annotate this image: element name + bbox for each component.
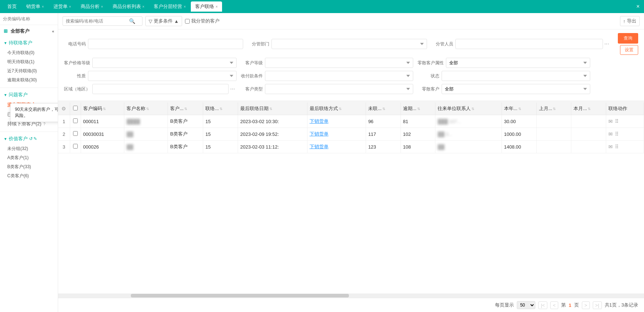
first-page-btn[interactable]: |< [538,301,547,309]
filter-person-label: 分管人员 [431,41,453,47]
filter-customer-level-select[interactable] [265,58,414,68]
sidebar-item-7days[interactable]: 近7天待联络(0) [0,66,58,76]
filter-region-input[interactable] [92,84,229,94]
sidebar-search-input[interactable] [3,16,57,21]
tab-customer-layer[interactable]: 客户分层经营 × [149,1,190,12]
filter-price-level-select[interactable] [92,58,237,68]
pagination: 每页显示 50 100 |< < 第 1 页 > >| 共1页，3条记录 [58,298,644,312]
scrollbar-thumb[interactable] [131,294,349,297]
filter-status-select[interactable] [442,71,590,81]
sidebar-item-churned[interactable]: 已流失客户(24) ? [0,110,58,119]
col-this-month-sort-icon[interactable]: ⇅ [588,107,591,111]
select-all-checkbox[interactable] [73,106,78,110]
sidebar-collapse-icon[interactable]: « [52,29,54,33]
filter-nature-select[interactable] [88,71,237,81]
toolbar-search-input[interactable] [66,19,128,24]
col-name-sort-icon[interactable]: ⇅ [146,107,149,111]
tab-analysis-list-close[interactable]: × [142,5,145,9]
sidebar-item-churn-warning[interactable]: 流失预警客户(3) ● [0,100,58,110]
col-this-year-sort-icon[interactable]: ⇅ [518,107,521,111]
value-edit-icon[interactable]: ✎ [33,136,37,141]
col-contact-person: 往来单位联系人 ⇅ [435,102,502,115]
per-page-select[interactable]: 50 100 [517,301,535,309]
col-last-method-sort-icon[interactable]: ⇅ [339,107,342,111]
tab-bar-close-all[interactable]: × [635,2,641,11]
col-unlocked-sort-icon[interactable]: ⇅ [382,107,385,111]
horizontal-scrollbar[interactable] [58,293,644,298]
col-type: 客户... ⇅ [168,102,203,115]
more-conditions-btn[interactable]: ▽ 更多条件 ▲ [145,16,182,26]
tab-purchase[interactable]: 进货单 × [49,1,76,12]
tab-customer-layer-close[interactable]: × [184,5,186,9]
col-type-sort-icon[interactable]: ⇅ [184,107,187,111]
row2-method-link[interactable]: 下销货单 [310,131,329,137]
sidebar-group-pending-title[interactable]: ▼ 待联络客户 [0,37,58,48]
query-button[interactable]: 查询 [618,33,638,44]
row1-method-link[interactable]: 下销货单 [310,118,329,124]
filter-retail-select[interactable]: 全部 [442,84,590,94]
sidebar-item-a-class[interactable]: A类客户(1) [0,153,58,162]
my-customers-checkbox-label[interactable]: 我分管的客户 [185,18,220,24]
filter-customer-type-select[interactable] [265,84,414,94]
per-page-label: 每页显示 [495,302,514,308]
col-this-month: 本月... ⇅ [571,102,606,115]
row3-method-link[interactable]: 下销货单 [310,144,329,149]
tab-analysis-list[interactable]: 商品分析列表 × [108,1,149,12]
settings-button[interactable]: 设置 [620,45,638,55]
filter-person-input[interactable] [455,39,603,49]
row3-contact-icon[interactable]: ✉ [608,144,613,150]
sidebar-item-tomorrow[interactable]: 明天待联络(1) [0,57,58,66]
toolbar-search-icon[interactable]: 🔍 [129,18,135,24]
col-code-sort-icon[interactable]: ⇅ [103,107,106,111]
sidebar-item-ungroup[interactable]: 未分组(32) [0,144,58,153]
sidebar-item-c-class[interactable]: C类客户(6) [0,171,58,181]
row2-checkbox[interactable] [73,131,78,136]
row1-checkbox[interactable] [73,118,78,123]
col-contact-person-sort-icon[interactable]: ⇅ [471,107,474,111]
sidebar-item-today[interactable]: 今天待联络(0) [0,48,58,57]
row1-contact-icon[interactable]: ✉ [608,118,613,124]
export-btn[interactable]: ↑ 导出 [620,16,640,26]
col-last-date-sort-icon[interactable]: ⇅ [269,107,272,111]
col-last-date: 最后联络日期 ⇅ [238,102,307,115]
tab-customer-contact[interactable]: 客户联络 × [191,1,222,12]
filter-person-dots[interactable]: ··· [603,41,611,47]
filter-retail-attr-select[interactable]: 全部 [446,58,590,68]
col-last-month-sort-icon[interactable]: ⇅ [553,107,556,111]
sidebar-all-customers[interactable]: ⊞ 全部客户 « [0,25,58,37]
row3-checkbox[interactable] [73,144,78,149]
col-overdue-sort-icon[interactable]: ⇅ [417,107,420,111]
sidebar-item-b-class[interactable]: B类客户(33) [0,162,58,171]
tab-home[interactable]: 首页 [3,1,21,12]
sidebar-group-problem-title[interactable]: ▼ 问题客户 [0,89,58,100]
sidebar-item-declining[interactable]: 持续下滑客户(2) ? [0,119,58,129]
tab-sales[interactable]: 销货单 × [22,1,48,12]
next-page-btn[interactable]: > [582,301,590,309]
toolbar-search-box: 🔍 [63,16,142,26]
tab-analysis[interactable]: 商品分析 × [76,1,108,12]
filter-customer-level: 客户等级 [241,58,414,68]
row2-more-icon[interactable]: ⠿ [615,131,619,137]
col-contact-num-sort-icon[interactable]: ⇅ [220,107,222,111]
tab-analysis-close[interactable]: × [101,5,103,9]
filter-phone-input[interactable] [88,39,243,49]
tab-sales-close[interactable]: × [42,5,44,9]
tab-purchase-close[interactable]: × [69,5,71,9]
export-label: 导出 [627,18,636,24]
row1-more-icon[interactable]: ⠿ [615,118,619,124]
filter-payment-select[interactable] [265,71,414,81]
prev-page-btn[interactable]: < [550,301,558,309]
tab-customer-contact-close[interactable]: × [216,5,218,9]
table-gear-icon[interactable]: ⚙ [61,106,66,112]
value-refresh-icon[interactable]: ↺ [29,136,33,141]
filter-region-dots[interactable]: ··· [229,86,236,92]
sidebar-item-overdue[interactable]: 逾期未联络(30) [0,76,58,85]
row3-more-icon[interactable]: ⠿ [615,144,619,150]
my-customers-checkbox[interactable] [185,19,190,24]
last-page-btn[interactable]: >| [593,301,602,309]
filter-row-3: 性质 收付款条件 状态 [64,71,638,81]
filter-price-level: 客户价格等级 [64,58,237,68]
filter-dept-select[interactable] [271,39,427,49]
sidebar-group-value-title[interactable]: ▼ 价值客户 ↺ ✎ [0,133,58,144]
row2-contact-icon[interactable]: ✉ [608,131,613,137]
